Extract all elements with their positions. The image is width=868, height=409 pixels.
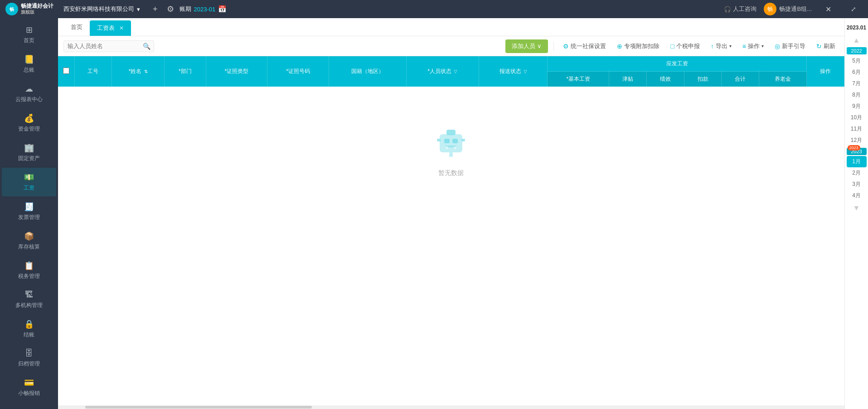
data-table: 工号 *姓名 ⇅ *部门 *证照类型 *证照号码 (58, 56, 844, 214)
th-id-no: *证照号码 (267, 56, 329, 87)
add-person-button[interactable]: 添加人员 ∨ (505, 39, 548, 53)
operations-arrow: ▾ (761, 44, 764, 49)
search-icon: 🔍 (143, 43, 150, 50)
export-btn[interactable]: ↑ 导出 ▾ (707, 40, 735, 52)
sidebar-item-invoice[interactable]: 🧾 发票管理 (2, 197, 56, 226)
status-filter-icon: ▽ (454, 69, 457, 74)
sidebar-item-ledger[interactable]: 📒 总账 (2, 50, 56, 78)
month-2022-12[interactable]: 12月 (847, 135, 867, 146)
calendar-icon[interactable]: 📅 (218, 5, 227, 13)
closing-icon: 🔒 (24, 319, 34, 329)
th-pension: 养老金 (759, 72, 807, 87)
tab-salary-close[interactable]: ✕ (119, 25, 124, 31)
year-2022-label: 2022 (847, 47, 867, 54)
month-2023-4[interactable]: 4月 (847, 190, 867, 201)
th-name[interactable]: *姓名 ⇅ (112, 56, 165, 87)
th-total: 合计 (722, 72, 759, 87)
empty-icon (431, 123, 471, 164)
maximize-window-btn[interactable]: ⤢ (844, 0, 863, 18)
scroll-bar[interactable] (85, 406, 312, 409)
tab-home[interactable]: 首页 (63, 19, 90, 36)
sidebar-item-expense[interactable]: 💳 小畅报销 (2, 373, 56, 402)
top-header: 畅 畅捷通好会计 旗舰版 西安虾米网络科技有限公司 ▾ + ⚙ 账期 2023-… (0, 0, 868, 18)
app-logo-icon: 畅 (5, 3, 18, 15)
sidebar-label-multi-org: 多机构管理 (15, 302, 43, 309)
avatar: 畅 (764, 3, 776, 15)
sidebar-item-fixed-assets[interactable]: 🏢 固定资产 (2, 138, 56, 167)
month-2022-10[interactable]: 10月 (847, 112, 867, 123)
user-name: 畅捷通B组... (779, 5, 812, 13)
personal-tax-btn[interactable]: □ 个税申报 (667, 40, 703, 52)
archive-icon: 🗄 (25, 349, 33, 358)
sidebar-item-settings[interactable]: ⚙ 基础设置 (2, 403, 56, 409)
th-report-status[interactable]: 报送状态 ▽ (479, 56, 548, 87)
account-period-value[interactable]: 2023-01 (194, 6, 216, 13)
th-status[interactable]: *人员状态 ▽ (406, 56, 479, 87)
export-icon: ↑ (711, 43, 714, 50)
month-2022-5[interactable]: 5月 (847, 55, 867, 67)
refresh-btn[interactable]: ↻ 刷新 (813, 40, 839, 52)
new-guide-icon: ◎ (775, 43, 780, 50)
refresh-label: 刷新 (824, 42, 835, 50)
export-label: 导出 (716, 42, 727, 50)
svg-point-12 (454, 146, 456, 149)
scroll-up-btn[interactable]: ▲ (851, 34, 862, 46)
svg-point-11 (446, 146, 448, 149)
sidebar-item-inventory[interactable]: 📦 库存核算 (2, 227, 56, 255)
fund-icon: 💰 (24, 113, 34, 123)
special-deduction-btn[interactable]: ⊕ 专项附加扣除 (613, 40, 663, 52)
svg-rect-10 (449, 152, 453, 157)
customer-service-label: 人工咨询 (733, 5, 756, 13)
tab-salary[interactable]: 工资表 ✕ (90, 20, 131, 36)
empty-text: 暂无数据 (438, 169, 464, 177)
month-2022-6[interactable]: 6月 (847, 67, 867, 78)
header-actions: + ⚙ (151, 2, 176, 16)
sidebar-item-salary[interactable]: 💵 工资 (2, 168, 56, 196)
sidebar: ⊞ 首页 📒 总账 ☁ 云报表中心 💰 资金管理 🏢 固定资产 💵 工资 🧾 发… (0, 18, 58, 409)
main-layout: ⊞ 首页 📒 总账 ☁ 云报表中心 💰 资金管理 🏢 固定资产 💵 工资 🧾 发… (0, 18, 868, 409)
customer-service-btn[interactable]: 🎧 人工咨询 (724, 5, 756, 13)
company-selector[interactable]: 西安虾米网络科技有限公司 ▾ (60, 3, 144, 15)
sidebar-label-fixed-assets: 固定资产 (18, 155, 40, 162)
invoice-icon: 🧾 (24, 202, 34, 212)
sidebar-item-cloud-report[interactable]: ☁ 云报表中心 (2, 79, 56, 108)
sidebar-label-closing: 结账 (24, 331, 34, 339)
month-2023-3[interactable]: 3月 (847, 179, 867, 190)
sidebar-item-multi-org[interactable]: 🏗 多机构管理 (2, 286, 56, 314)
user-info: 畅 畅捷通B组... (764, 3, 812, 15)
settings-icon[interactable]: ⚙ (165, 2, 176, 16)
sidebar-label-expense: 小畅报销 (18, 390, 40, 397)
special-deduction-icon: ⊕ (617, 43, 622, 50)
fixed-assets-icon: 🏢 (24, 143, 34, 153)
month-2023-1[interactable]: 1月 (847, 156, 867, 167)
month-2023-2[interactable]: 2月 (847, 167, 867, 179)
new-guide-btn[interactable]: ◎ 新手引导 (771, 40, 809, 52)
select-all-checkbox[interactable] (63, 68, 69, 74)
divider-1 (553, 42, 554, 51)
sidebar-item-archive[interactable]: 🗄 归档管理 (2, 344, 56, 372)
sidebar-item-fund[interactable]: 💰 资金管理 (2, 109, 56, 137)
content-area: 首页 工资表 ✕ 🔍 添加人员 ∨ ⚙ 统一社保设置 (58, 18, 844, 409)
top-right: 🎧 人工咨询 畅 畅捷通B组... ✕ ⤢ (724, 0, 863, 18)
personal-tax-label: 个税申报 (676, 42, 700, 50)
th-checkbox[interactable] (58, 56, 74, 87)
month-2022-8[interactable]: 8月 (847, 89, 867, 101)
month-2022-7[interactable]: 7月 (847, 78, 867, 89)
sidebar-label-fund: 资金管理 (18, 125, 40, 133)
sidebar-item-tax[interactable]: 📋 税务管理 (2, 256, 56, 285)
add-icon[interactable]: + (151, 3, 160, 16)
sidebar-item-closing[interactable]: 🔒 结账 (2, 315, 56, 343)
operations-btn[interactable]: ≡ 操作 ▾ (739, 40, 767, 52)
th-performance: 绩效 (646, 72, 684, 87)
close-window-btn[interactable]: ✕ (819, 0, 837, 18)
social-settings-btn[interactable]: ⚙ 统一社保设置 (559, 40, 610, 52)
th-base-salary: *基本工资 (548, 72, 609, 87)
scroll-down-btn[interactable]: ▼ (851, 202, 862, 214)
search-input[interactable] (68, 43, 140, 49)
month-2022-9[interactable]: 9月 (847, 101, 867, 112)
sidebar-item-home[interactable]: ⊞ 首页 (2, 20, 56, 49)
sidebar-label-archive: 归档管理 (18, 360, 40, 368)
month-2022-11[interactable]: 11月 (847, 123, 867, 135)
new-guide-label: 新手引导 (782, 42, 805, 50)
headset-icon: 🎧 (724, 6, 731, 13)
